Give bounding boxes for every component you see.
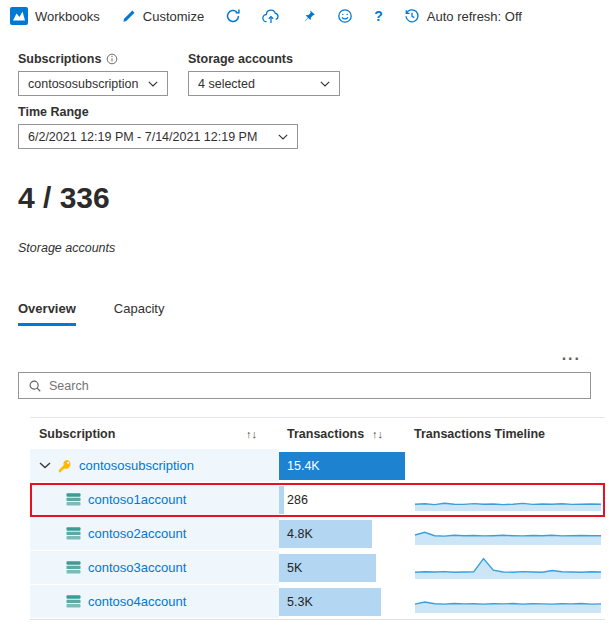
customize-button[interactable]: Customize [121,9,204,24]
timeline-sparkline [414,556,602,580]
refresh-icon [225,8,241,24]
transactions-value: 5.3K [287,595,313,609]
storage-accounts-value: 4 selected [198,77,255,91]
refresh-button[interactable] [225,8,241,24]
timeline-cell [405,483,605,517]
chevron-down-icon [148,81,158,87]
search-input[interactable] [49,379,581,393]
subscriptions-value: contososubscription [28,77,138,91]
subscription-cell: contoso1account [30,483,279,517]
workbooks-title: Workbooks [10,7,100,25]
row-name-link[interactable]: contososubscription [79,458,194,473]
toolbar: Workbooks Customize ? Auto refresh: O [0,0,609,32]
timeline-cell [405,449,605,483]
transactions-value: 5K [287,561,302,575]
row-name-link[interactable]: contoso1account [88,492,186,507]
transactions-bar [279,486,284,514]
stat-section: 4 / 336 Storage accounts [0,149,609,255]
column-header-transactions[interactable]: Transactions [287,427,364,441]
timeline-cell [405,585,605,619]
search-icon [28,379,42,393]
table-header: Subscription ↑↓ Transactions ↑↓ Transact… [30,417,605,449]
transactions-value: 15.4K [287,459,320,473]
storage-accounts-dropdown[interactable]: 4 selected [188,71,340,96]
more-options-button[interactable]: ... [562,350,581,360]
pencil-icon [121,9,136,24]
info-icon [106,53,118,65]
time-range-dropdown[interactable]: 6/2/2021 12:19 PM - 7/14/2021 12:19 PM [18,124,298,149]
tab-overview[interactable]: Overview [18,301,76,326]
subscription-cell: contoso2account [30,517,279,551]
table-row[interactable]: contoso3account5K [30,551,605,585]
table-row[interactable]: contososubscription15.4K [30,449,605,483]
storage-account-icon [66,493,81,506]
feedback-button[interactable] [337,8,353,24]
row-name-link[interactable]: contoso3account [88,560,186,575]
transactions-value: 286 [287,493,308,507]
auto-refresh-label: Auto refresh: Off [427,9,522,24]
open-button[interactable] [262,9,280,24]
storage-accounts-table: Subscription ↑↓ Transactions ↑↓ Transact… [30,417,605,620]
subscription-cell: contoso3account [30,551,279,585]
stat-value: 4 / 336 [18,181,609,215]
more-options-row: ... [0,326,609,360]
auto-refresh-clock-icon [404,8,420,24]
row-name-link[interactable]: contoso4account [88,594,186,609]
smiley-icon [337,8,353,24]
pin-button[interactable] [301,9,316,24]
time-range-label: Time Range [18,105,89,119]
table-body: contososubscription15.4Kcontoso1account2… [30,449,605,620]
cloud-upload-icon [262,9,280,24]
tab-capacity[interactable]: Capacity [114,301,165,326]
help-button[interactable]: ? [374,8,383,24]
workbooks-label: Workbooks [35,9,100,24]
expand-chevron-icon[interactable] [39,462,51,469]
timeline-sparkline [414,590,602,614]
table-row[interactable]: contoso2account4.8K [30,517,605,551]
storage-account-icon [66,561,81,574]
transactions-cell: 4.8K [279,517,405,551]
subscriptions-filter: Subscriptions contososubscription [18,52,168,96]
tab-bar: OverviewCapacity [0,255,609,326]
chevron-down-icon [320,81,330,87]
stat-caption: Storage accounts [18,241,609,255]
table-row[interactable]: contoso1account286 [30,483,605,517]
filters-section: Subscriptions contososubscription Storag… [0,32,609,149]
time-range-filter: Time Range 6/2/2021 12:19 PM - 7/14/2021… [18,105,609,149]
transactions-cell: 5.3K [279,585,405,619]
timeline-sparkline [414,488,602,512]
search-row [18,372,591,399]
transactions-cell: 15.4K [279,449,405,483]
auto-refresh-button[interactable]: Auto refresh: Off [404,8,522,24]
pin-icon [301,9,316,24]
subscription-key-icon [58,459,72,473]
transactions-value: 4.8K [287,527,313,541]
sort-icon[interactable]: ↑↓ [246,428,257,440]
help-icon: ? [374,8,383,24]
subscription-cell: contososubscription [30,449,279,483]
chevron-down-icon [278,134,288,140]
time-range-value: 6/2/2021 12:19 PM - 7/14/2021 12:19 PM [28,130,257,144]
transactions-cell: 286 [279,483,405,517]
subscriptions-dropdown[interactable]: contososubscription [18,71,168,96]
storage-accounts-label: Storage accounts [188,52,293,66]
table-row[interactable]: contoso4account5.3K [30,585,605,619]
customize-label: Customize [143,9,204,24]
column-header-transactions-timeline: Transactions Timeline [414,427,545,441]
storage-accounts-filter: Storage accounts 4 selected [188,52,340,96]
storage-account-icon [66,527,81,540]
subscription-cell: contoso4account [30,585,279,619]
timeline-cell [405,517,605,551]
search-box [18,372,591,399]
column-header-subscription[interactable]: Subscription [39,427,115,441]
timeline-sparkline [414,522,602,546]
storage-account-icon [66,595,81,608]
row-name-link[interactable]: contoso2account [88,526,186,541]
transactions-cell: 5K [279,551,405,585]
sort-icon[interactable]: ↑↓ [372,428,383,440]
subscriptions-label: Subscriptions [18,52,101,66]
timeline-cell [405,551,605,585]
workbooks-logo-icon [10,7,28,25]
